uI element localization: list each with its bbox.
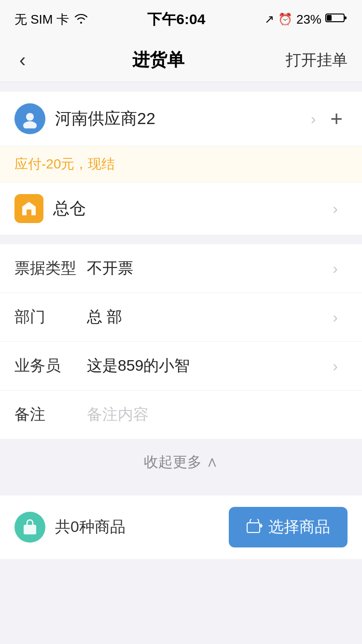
status-left: 无 SIM 卡: [14, 11, 88, 28]
svg-rect-1: [327, 15, 332, 21]
back-button[interactable]: ‹: [14, 44, 30, 76]
dept-chevron-icon: ›: [333, 308, 338, 326]
svg-point-3: [26, 113, 34, 121]
status-bar: 无 SIM 卡 下午6:04 ↗ ⏰ 23%: [0, 0, 362, 39]
time-label: 下午6:04: [147, 10, 205, 29]
supplier-section: 河南供应商22 › + 应付-20元，现结 总仓 ›: [0, 92, 362, 235]
ticket-type-chevron-icon: ›: [333, 260, 338, 278]
warehouse-icon: [14, 194, 43, 223]
sales-row[interactable]: 业务员 这是859的小智 ›: [0, 342, 362, 391]
location-icon: ↗: [265, 13, 274, 26]
carrier-label: 无 SIM 卡: [14, 11, 69, 28]
nav-bar: ‹ 进货单 打开挂单: [0, 39, 362, 82]
sales-value: 这是859的小智: [87, 355, 333, 377]
ticket-type-value: 不开票: [87, 258, 333, 279]
dept-label: 部门: [14, 307, 87, 328]
battery-label: 23%: [296, 12, 321, 27]
supplier-chevron-icon: ›: [311, 110, 316, 128]
goods-section: 共0种商品 选择商品: [0, 495, 362, 559]
ticket-type-label: 票据类型: [14, 258, 87, 279]
warehouse-name: 总仓: [53, 197, 333, 220]
svg-rect-5: [27, 210, 31, 215]
wifi-icon: [74, 12, 88, 27]
sales-label: 业务员: [14, 355, 87, 377]
ticket-type-row[interactable]: 票据类型 不开票 ›: [0, 244, 362, 293]
warehouse-chevron-icon: ›: [333, 200, 338, 218]
select-goods-label: 选择商品: [268, 517, 330, 538]
warehouse-row[interactable]: 总仓 ›: [0, 182, 362, 235]
add-button[interactable]: +: [325, 107, 348, 131]
supplier-avatar: [14, 103, 45, 134]
page-title: 进货单: [132, 48, 184, 72]
status-right: ↗ ⏰ 23%: [265, 12, 348, 27]
remark-input[interactable]: 备注内容: [87, 404, 348, 425]
supplier-row[interactable]: 河南供应商22 › +: [0, 92, 362, 146]
remark-row[interactable]: 备注 备注内容: [0, 391, 362, 439]
svg-rect-7: [247, 523, 260, 532]
open-pending-button[interactable]: 打开挂单: [286, 50, 348, 71]
remark-label: 备注: [14, 404, 87, 425]
select-goods-button[interactable]: 选择商品: [229, 507, 348, 547]
svg-rect-6: [24, 525, 36, 534]
svg-point-4: [23, 121, 37, 128]
supplier-name: 河南供应商22: [55, 108, 311, 130]
sales-chevron-icon: ›: [333, 357, 338, 375]
dept-row[interactable]: 部门 总 部 ›: [0, 293, 362, 342]
warning-text: 应付-20元，现结: [14, 156, 115, 171]
dept-value: 总 部: [87, 307, 333, 328]
goods-icon: [14, 512, 45, 543]
form-section: 票据类型 不开票 › 部门 总 部 › 业务员 这是859的小智 › 备注 备注…: [0, 244, 362, 439]
cart-icon: [246, 519, 263, 535]
page-background: [0, 559, 362, 644]
goods-count-label: 共0种商品: [55, 517, 229, 538]
battery-icon: [325, 12, 348, 27]
collapse-button[interactable]: 收起更多 ∧: [0, 439, 362, 486]
svg-rect-2: [344, 16, 347, 19]
top-divider: [0, 82, 362, 92]
warning-banner: 应付-20元，现结: [0, 146, 362, 182]
clock-icon: ⏰: [278, 13, 292, 26]
